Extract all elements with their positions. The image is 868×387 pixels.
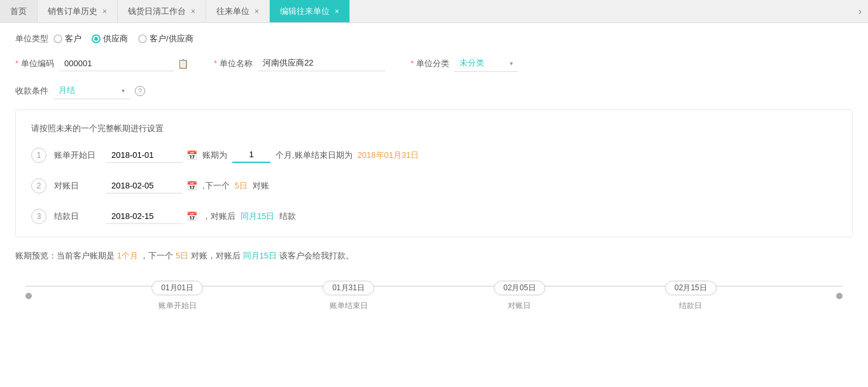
payment-condition-label: 收款条件 bbox=[15, 85, 48, 97]
unit-type-radio-group: 客户 供应商 客户/供应商 bbox=[53, 33, 193, 45]
preview-text: 账期预览：当前客户账期是 1个月 ，下一个 5日 对账，对账后 同月15日 该客… bbox=[15, 250, 853, 262]
timeline-node-sub-3: 对账日 bbox=[508, 300, 531, 311]
required-star: * bbox=[15, 59, 18, 68]
unit-info-row: * 单位编码 000001 📋 * 单位名称 河南供应商22 * 单位分类 未分… bbox=[15, 55, 853, 72]
step-label-3: 结款日 bbox=[54, 211, 99, 222]
radio-circle-supplier bbox=[92, 34, 101, 43]
calendar-icon-3[interactable]: 📅 bbox=[186, 211, 197, 222]
tab-close-icon[interactable]: × bbox=[102, 7, 107, 16]
timeline-dot-end bbox=[836, 293, 843, 299]
timeline-node-label-4: 02月15日 bbox=[665, 281, 717, 295]
preview-suffix: 该客户会给我打款。 bbox=[279, 251, 354, 260]
timeline-node-4: 02月15日 结款日 bbox=[665, 281, 717, 311]
copy-icon[interactable]: 📋 bbox=[178, 59, 188, 69]
radio-circle-both bbox=[138, 34, 147, 43]
timeline-end-dot bbox=[836, 293, 843, 299]
step-extra-prefix-3: ，对账后 bbox=[202, 211, 235, 222]
step-extra-suffix-2: 对账 bbox=[253, 180, 269, 192]
unit-name-label: 单位名称 bbox=[220, 58, 253, 69]
step-date-input-3[interactable]: 2018-02-15 bbox=[106, 209, 183, 224]
radio-circle-customer bbox=[53, 34, 62, 43]
step-row-3: 3 结款日 2018-02-15 📅 ，对账后 同月15日 结款 bbox=[31, 209, 837, 224]
tab-home[interactable]: 首页 bbox=[0, 0, 38, 22]
radio-both[interactable]: 客户/供应商 bbox=[138, 33, 193, 45]
timeline-start-dot bbox=[25, 293, 32, 299]
timeline-line bbox=[25, 286, 843, 286]
step-number-2: 2 bbox=[31, 178, 46, 194]
radio-customer-label: 客户 bbox=[65, 33, 81, 45]
preview-part2: 5日 bbox=[176, 251, 188, 260]
timeline-node-label-2: 01月31日 bbox=[323, 281, 374, 295]
unit-code-field: * 单位编码 000001 📋 bbox=[15, 56, 188, 71]
timeline-node-sub-2: 账单结束日 bbox=[330, 300, 368, 311]
chevron-down-icon: ▾ bbox=[510, 60, 513, 67]
timeline-node-1: 01月01日 账单开始日 bbox=[151, 281, 203, 311]
preview-part3-prefix: 对账，对账后 bbox=[191, 251, 241, 260]
unit-name-field: * 单位名称 河南供应商22 bbox=[214, 56, 385, 71]
timeline-dot-start bbox=[25, 293, 32, 299]
step-extra-suffix-1: 个月,账单结束日期为 bbox=[276, 150, 353, 161]
step-highlight-3: 同月15日 bbox=[241, 211, 274, 222]
step-row-2: 2 对账日 2018-02-05 📅 ,下一个 5日 对账 bbox=[31, 178, 837, 194]
radio-both-label: 客户/供应商 bbox=[150, 33, 193, 45]
card-instruction: 请按照未来的一个完整帐期进行设置 bbox=[31, 123, 837, 134]
tab-close-icon[interactable]: × bbox=[335, 7, 339, 16]
timeline: 01月01日 账单开始日 01月31日 账单结束日 02月05日 对账日 02月… bbox=[15, 274, 853, 330]
calendar-icon-2[interactable]: 📅 bbox=[186, 181, 197, 191]
timeline-node-label-3: 02月05日 bbox=[494, 281, 545, 295]
preview-section: 账期预览：当前客户账期是 1个月 ，下一个 5日 对账，对账后 同月15日 该客… bbox=[15, 243, 853, 338]
unit-code-input[interactable]: 000001 bbox=[59, 56, 174, 71]
payment-condition-select[interactable]: 月结 ▾ bbox=[53, 82, 130, 99]
timeline-node-label-1: 01月01日 bbox=[151, 281, 203, 295]
unit-category-label: 单位分类 bbox=[416, 58, 449, 69]
preview-part2-prefix: ，下一个 bbox=[140, 251, 173, 260]
calendar-icon-1[interactable]: 📅 bbox=[186, 150, 197, 160]
step-label-1: 账单开始日 bbox=[54, 150, 99, 161]
period-card: 请按照未来的一个完整帐期进行设置 1 账单开始日 2018-01-01 📅 账期… bbox=[15, 109, 853, 237]
step-number-1: 1 bbox=[31, 148, 46, 163]
timeline-node-sub-1: 账单开始日 bbox=[158, 300, 197, 311]
help-icon[interactable]: ? bbox=[135, 86, 145, 96]
unit-category-select[interactable]: 未分类 ▾ bbox=[454, 55, 518, 72]
step-highlight-1: 2018年01月31日 bbox=[358, 150, 419, 161]
step-extra-suffix-3: 结款 bbox=[279, 211, 296, 222]
unit-type-row: 单位类型 客户 供应商 客户/供应商 bbox=[15, 33, 853, 45]
main-content: 单位类型 客户 供应商 客户/供应商 * 单位编码 00000 bbox=[0, 23, 868, 387]
unit-category-value: 未分类 bbox=[459, 57, 506, 69]
radio-customer[interactable]: 客户 bbox=[53, 33, 81, 45]
tab-close-icon[interactable]: × bbox=[191, 7, 195, 16]
step-label-2: 对账日 bbox=[54, 180, 99, 192]
tab-sales-history[interactable]: 销售订单历史 × bbox=[38, 0, 118, 22]
step-date-input-2[interactable]: 2018-02-05 bbox=[106, 178, 183, 194]
step-row-1: 1 账单开始日 2018-01-01 📅 账期为 1 个月,账单结束日期为 20… bbox=[31, 147, 837, 163]
timeline-node-sub-4: 结款日 bbox=[679, 300, 702, 311]
chevron-down-icon-payment: ▾ bbox=[122, 87, 125, 94]
unit-type-field: 单位类型 客户 供应商 客户/供应商 bbox=[15, 33, 193, 45]
unit-name-input[interactable]: 河南供应商22 bbox=[258, 56, 385, 71]
timeline-node-3: 02月05日 对账日 bbox=[494, 281, 545, 311]
payment-condition-field: 收款条件 月结 ▾ ? bbox=[15, 82, 145, 99]
tab-more-button[interactable]: › bbox=[852, 6, 868, 17]
step-highlight-2: 5日 bbox=[235, 180, 248, 192]
period-input[interactable]: 1 bbox=[232, 147, 270, 163]
radio-supplier[interactable]: 供应商 bbox=[92, 33, 128, 45]
step-extra-prefix-1: 账期为 bbox=[202, 150, 227, 161]
preview-label: 账期预览：当前客户账期是 bbox=[15, 251, 115, 260]
tab-partner-list[interactable]: 往来单位 × bbox=[206, 0, 270, 22]
tab-close-icon[interactable]: × bbox=[255, 7, 259, 16]
unit-code-label: 单位编码 bbox=[21, 58, 54, 69]
radio-supplier-label: 供应商 bbox=[103, 33, 128, 45]
step-extra-prefix-2: ,下一个 bbox=[202, 180, 230, 192]
payment-condition-value: 月结 bbox=[59, 85, 118, 96]
tab-bar: 首页 销售订单历史 × 钱货日清工作台 × 往来单位 × 编辑往来单位 × › bbox=[0, 0, 868, 23]
tab-cash-work[interactable]: 钱货日清工作台 × bbox=[118, 0, 206, 22]
step-date-input-1[interactable]: 2018-01-01 bbox=[106, 148, 183, 163]
tab-edit-partner[interactable]: 编辑往来单位 × bbox=[270, 0, 350, 22]
preview-part1: 1个月 bbox=[117, 251, 138, 260]
required-star-cat: * bbox=[410, 59, 414, 68]
required-star-name: * bbox=[214, 59, 217, 68]
preview-part3: 同月15日 bbox=[243, 251, 277, 260]
timeline-node-2: 01月31日 账单结束日 bbox=[323, 281, 374, 311]
unit-type-label: 单位类型 bbox=[15, 33, 48, 45]
payment-row: 收款条件 月结 ▾ ? bbox=[15, 82, 853, 99]
